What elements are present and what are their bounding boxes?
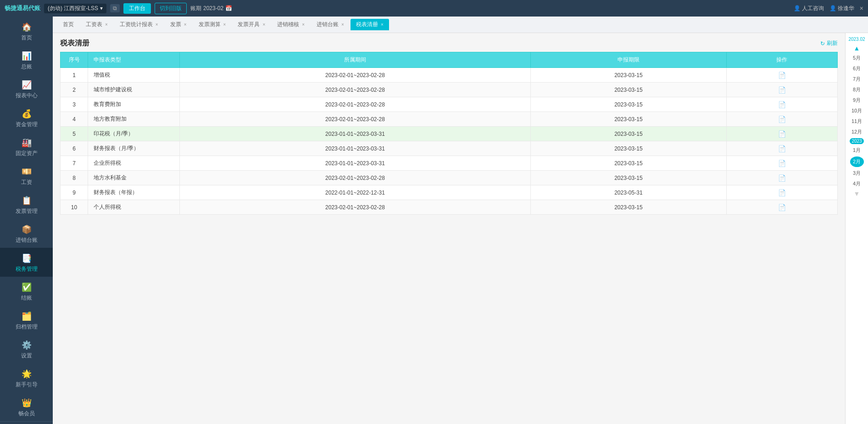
report-icon: 📈 bbox=[22, 80, 32, 90]
tab-label: 首页 bbox=[63, 21, 74, 28]
action-icon[interactable]: 📄 bbox=[778, 145, 786, 152]
page-content: 税表清册 ↻ 刷新 序号申报表类型所属期间申报期限操作 1 增值税 2023-0… bbox=[53, 33, 868, 424]
sidebar-item-label: 首页 bbox=[21, 34, 32, 42]
workspace-button[interactable]: 工作台 bbox=[123, 3, 151, 14]
row-action[interactable]: 📄 bbox=[726, 156, 837, 171]
row-period: 2023-02-01~2023-02-28 bbox=[180, 171, 531, 185]
tab-home[interactable]: 首页 bbox=[57, 19, 79, 30]
row-action[interactable]: 📄 bbox=[726, 83, 837, 97]
page-title: 税表清册 bbox=[60, 39, 89, 48]
row-type: 地方水利基金 bbox=[88, 171, 180, 185]
calendar-month-item[interactable]: 7月 bbox=[848, 74, 866, 84]
user-menu[interactable]: 👤 徐逢华 bbox=[829, 5, 854, 12]
action-icon[interactable]: 📄 bbox=[778, 72, 786, 79]
tab-invoice-calc[interactable]: 发票测算× bbox=[193, 19, 232, 30]
sidebar-item-ledger[interactable]: 📊 总账 bbox=[0, 45, 53, 74]
action-icon[interactable]: 📄 bbox=[778, 86, 786, 94]
sidebar: 🏠 首页 📊 总账 📈 报表中心 💰 资金管理 🏭 固定资产 💴 工资 📋 发票… bbox=[0, 17, 53, 424]
sidebar-item-salary[interactable]: 💴 工资 bbox=[0, 161, 53, 190]
row-action[interactable]: 📄 bbox=[726, 141, 837, 156]
tax-icon: 📑 bbox=[22, 253, 32, 263]
sidebar-item-archive[interactable]: 🗂️ 归档管理 bbox=[0, 306, 53, 335]
calendar-icon: 📅 bbox=[225, 5, 232, 11]
row-action[interactable]: 📄 bbox=[726, 200, 837, 215]
tab-close-icon[interactable]: × bbox=[184, 22, 187, 27]
action-icon[interactable]: 📄 bbox=[778, 130, 786, 138]
app-logo: 畅捷通易代账 bbox=[5, 4, 40, 12]
row-action[interactable]: 📄 bbox=[726, 127, 837, 141]
calendar-month-item[interactable]: 2月 bbox=[850, 156, 864, 167]
calendar-month-item[interactable]: 11月 bbox=[848, 116, 866, 127]
right-calendar-sidebar: 2023.02 ▲ 5月6月7月8月9月10月11月12月 2023 1月2月3… bbox=[845, 33, 868, 424]
sidebar-item-invoice[interactable]: 📋 发票管理 bbox=[0, 190, 53, 219]
tab-close-icon[interactable]: × bbox=[381, 22, 384, 27]
calendar-month-item[interactable]: 4月 bbox=[850, 179, 864, 189]
row-action[interactable]: 📄 bbox=[726, 112, 837, 127]
calendar-month-item[interactable]: 10月 bbox=[848, 106, 866, 116]
row-id: 4 bbox=[61, 112, 88, 127]
copy-icon-btn[interactable]: ⧉ bbox=[110, 4, 120, 12]
tab-close-icon[interactable]: × bbox=[262, 22, 265, 27]
tab-invoice-open[interactable]: 发票开具× bbox=[232, 19, 271, 30]
tab-salary[interactable]: 工资表× bbox=[80, 19, 113, 30]
sidebar-item-label: 进销台账 bbox=[16, 236, 38, 244]
action-icon[interactable]: 📄 bbox=[778, 160, 786, 167]
close-icon[interactable]: × bbox=[860, 5, 863, 12]
sidebar-item-report[interactable]: 📈 报表中心 bbox=[0, 74, 53, 103]
unpin-button[interactable]: ◁ 取消固定 bbox=[0, 421, 53, 424]
calendar-month-item[interactable]: 1月 bbox=[850, 145, 864, 156]
row-deadline: 2023-03-15 bbox=[530, 127, 726, 141]
row-id: 6 bbox=[61, 141, 88, 156]
sidebar-item-purchase[interactable]: 📦 进销台账 bbox=[0, 219, 53, 248]
row-action[interactable]: 📄 bbox=[726, 185, 837, 200]
tab-close-icon[interactable]: × bbox=[341, 22, 344, 27]
row-action[interactable]: 📄 bbox=[726, 171, 837, 185]
action-icon[interactable]: 📄 bbox=[778, 174, 786, 182]
refresh-button[interactable]: ↻ 刷新 bbox=[820, 39, 838, 47]
tab-salary-stat[interactable]: 工资统计报表× bbox=[114, 19, 164, 30]
tab-purchase-ledger[interactable]: 进销台账× bbox=[311, 19, 350, 30]
sidebar-item-tax[interactable]: 📑 税务管理 bbox=[0, 248, 53, 277]
sidebar-item-assets[interactable]: 🏭 固定资产 bbox=[0, 132, 53, 161]
tab-purchase-check[interactable]: 进销稽核× bbox=[272, 19, 310, 30]
calendar-month-item[interactable]: 5月 bbox=[848, 53, 866, 63]
tab-close-icon[interactable]: × bbox=[302, 22, 305, 27]
calendar-down-button[interactable]: ▼ bbox=[853, 189, 861, 198]
calendar-month-item[interactable]: 6月 bbox=[848, 63, 866, 74]
tab-invoice[interactable]: 发票× bbox=[165, 19, 192, 30]
action-icon[interactable]: 📄 bbox=[778, 101, 786, 108]
row-deadline: 2023-03-15 bbox=[530, 83, 726, 97]
row-id: 1 bbox=[61, 68, 88, 83]
row-period: 2023-02-01~2023-02-28 bbox=[180, 68, 531, 83]
tab-close-icon[interactable]: × bbox=[105, 22, 108, 27]
row-deadline: 2023-03-15 bbox=[530, 200, 726, 215]
row-action[interactable]: 📄 bbox=[726, 68, 837, 83]
salary-icon: 💴 bbox=[22, 167, 32, 177]
sidebar-item-member[interactable]: 👑 畅会员 bbox=[0, 392, 53, 421]
help-button[interactable]: 👤 人工咨询 bbox=[794, 5, 824, 12]
sidebar-item-home[interactable]: 🏠 首页 bbox=[0, 17, 53, 45]
switch-old-button[interactable]: 切到旧版 bbox=[155, 3, 187, 14]
action-icon[interactable]: 📄 bbox=[778, 189, 786, 196]
sidebar-item-guide[interactable]: 🌟 新手引导 bbox=[0, 363, 53, 392]
calendar-month-item[interactable]: 12月 bbox=[848, 127, 866, 137]
calendar-month-item[interactable]: 3月 bbox=[850, 168, 864, 179]
chevron-down-icon: ▾ bbox=[100, 5, 103, 11]
sidebar-item-settings[interactable]: ⚙️ 设置 bbox=[0, 335, 53, 363]
tab-close-icon[interactable]: × bbox=[156, 22, 158, 27]
action-icon[interactable]: 📄 bbox=[778, 116, 786, 123]
calendar-month-item[interactable]: 8月 bbox=[848, 84, 866, 95]
action-icon[interactable]: 📄 bbox=[778, 204, 786, 211]
row-action[interactable]: 📄 bbox=[726, 97, 837, 112]
table-column-header: 申报表类型 bbox=[88, 52, 180, 68]
tab-close-icon[interactable]: × bbox=[223, 22, 226, 27]
calendar-up-button[interactable]: ▲ bbox=[853, 44, 861, 53]
sidebar-item-fund[interactable]: 💰 资金管理 bbox=[0, 103, 53, 132]
help-label: 人工咨询 bbox=[802, 5, 824, 12]
company-selector[interactable]: (勿动) 江西报室-LSS ▾ bbox=[44, 4, 106, 13]
table-row: 5 印花税（月/季） 2023-01-01~2023-03-31 2023-03… bbox=[61, 127, 838, 141]
calendar-month-item[interactable]: 9月 bbox=[848, 95, 866, 106]
sidebar-item-settle[interactable]: ✅ 结账 bbox=[0, 277, 53, 306]
tab-tax-clear[interactable]: 税表清册× bbox=[351, 19, 389, 30]
table-column-header: 所属期间 bbox=[180, 52, 531, 68]
